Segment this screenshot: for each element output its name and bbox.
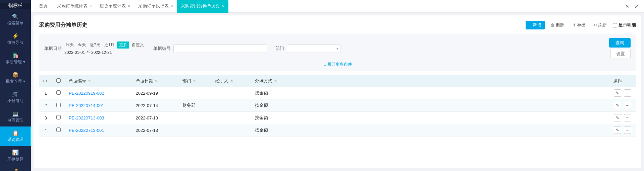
purchase-icon: 📋 (1, 130, 30, 136)
delete-icon: 🗑 (551, 23, 555, 27)
tab-close-purchase-order-exec[interactable]: × (171, 4, 173, 8)
show-detail-checkbox[interactable] (613, 23, 617, 27)
cell-doc-no-2: PE-20220713-003 (65, 112, 132, 124)
row-num-1: 2 (39, 99, 52, 112)
tab-bar: 首页 采购订单统计表 × 进货单统计表 × 采购订单执行表 × 采购费用分摊单历… (31, 0, 644, 13)
sidebar-item-quick[interactable]: ⚡ 快捷导航 (0, 29, 31, 49)
dept-search-field: 部门 财务部 (275, 45, 340, 53)
ecomm-icon: 💻 (1, 110, 30, 117)
sort-icon-split-method: ⇅ (274, 79, 277, 83)
tab-close-purchase-order-stat[interactable]: × (90, 4, 92, 8)
col-header-dept[interactable]: 部门 ⇅ (178, 75, 211, 87)
tab-purchase-receive-stat[interactable]: 进货单统计表 × (96, 0, 134, 13)
tab-purchase-order-stat[interactable]: 采购订单统计表 × (53, 0, 96, 13)
col-header-ops: 操作 (609, 75, 636, 87)
date-shortcuts: 昨天 今天 近7天 近1月 更多 自定义 2022-01-01 至 2022-1… (64, 41, 145, 56)
tab-purchase-order-exec[interactable]: 采购订单执行表 × (134, 0, 177, 13)
dept-select[interactable]: 财务部 (287, 45, 340, 53)
export-icon: ⬆ (573, 23, 576, 27)
edit-btn-0[interactable]: ✎ (614, 89, 621, 97)
tab-close-purchase-fee-split[interactable]: × (222, 4, 224, 8)
sidebar-item-search[interactable]: 🔍 搜索菜单 (0, 10, 31, 29)
sidebar-item-label: 零售管理 (6, 60, 22, 64)
main-area: 首页 采购订单统计表 × 进货单统计表 × 采购订单执行表 × 采购费用分摊单历… (31, 0, 644, 171)
sidebar-item-label: 批发管理 (6, 79, 22, 84)
date-btn-1month[interactable]: 近1月 (103, 41, 116, 49)
toolbar: + 新增 🗑 删除 ⬆ 导出 ↻ 刷新 显示明细 (526, 21, 636, 29)
sidebar-item-retail[interactable]: 🛍️ 零售管理 ▾ (0, 49, 31, 68)
table-row: 4 PE-20220713-001 2022-07-13 按金额 ✎ ⋯ (39, 124, 636, 137)
search-bar: 单据日期 昨天 今天 近7天 近1月 更多 自定义 2022-01-01 至 2… (39, 34, 636, 71)
date-range-display[interactable]: 2022-01-01 至 2022-12-31 (64, 50, 145, 56)
date-btn-yesterday[interactable]: 昨天 (64, 41, 75, 49)
tab-bar-actions: ✕ ⤢ (624, 3, 640, 10)
edit-btn-2[interactable]: ✎ (614, 114, 621, 121)
sidebar-item-label: 采购管理 (7, 137, 23, 142)
sidebar-item-ecomm-small[interactable]: 🛒 小畅电商 (0, 88, 31, 107)
edit-btn-3[interactable]: ✎ (614, 126, 621, 134)
sidebar-item-label: 快捷导航 (7, 40, 23, 45)
sidebar-item-ecomm[interactable]: 💻 电商管理 (0, 107, 31, 126)
cell-split-method-2: 按金额 (251, 112, 609, 124)
more-btn-3[interactable]: ⋯ (624, 126, 631, 134)
tab-home[interactable]: 首页 (35, 0, 52, 13)
col-header-settings[interactable]: ⚙ (39, 75, 52, 87)
col-header-doc-date[interactable]: 单据日期 ⇅ (132, 75, 178, 87)
row-checkbox-1[interactable] (52, 99, 65, 112)
column-settings-icon[interactable]: ⚙ (43, 78, 47, 84)
edit-btn-1[interactable]: ✎ (614, 102, 621, 109)
settings-button[interactable]: 设置 (610, 49, 631, 59)
sidebar-logo: 指标板 (0, 3, 31, 9)
cell-ops-0: ✎ ⋯ (609, 87, 636, 99)
col-header-checkbox[interactable] (52, 75, 65, 87)
col-header-handler[interactable]: 经手人 ⇅ (211, 75, 251, 87)
doc-no-link-3[interactable]: PE-20220713-001 (69, 128, 104, 133)
docno-input[interactable] (173, 45, 267, 53)
sidebar-item-inventory[interactable]: 📊 库存核算 (0, 146, 31, 165)
date-range-btns: 昨天 今天 近7天 近1月 更多 自定义 (64, 41, 145, 49)
delete-button[interactable]: 🗑 删除 (549, 21, 567, 29)
more-btn-2[interactable]: ⋯ (624, 114, 631, 121)
row-checkbox-3[interactable] (52, 124, 65, 137)
sidebar-item-wholesale[interactable]: 📦 批发管理 ▾ (0, 68, 31, 88)
cell-dept-1: 财务部 (178, 99, 211, 112)
close-tab-btn[interactable]: ✕ (624, 3, 631, 10)
cell-dept-2 (178, 112, 211, 124)
row-checkbox-0[interactable] (52, 87, 65, 99)
maximize-btn[interactable]: ⤢ (633, 3, 640, 10)
cell-doc-no-1: PE-20220714-001 (65, 99, 132, 112)
tab-purchase-fee-split[interactable]: 采购费用分摊单历史 × (177, 0, 228, 13)
cell-dept-3 (178, 124, 211, 137)
row-num-3: 4 (39, 124, 52, 137)
date-btn-custom[interactable]: 自定义 (130, 41, 145, 49)
doc-no-link-1[interactable]: PE-20220714-001 (69, 103, 104, 108)
doc-no-link-0[interactable]: PE-20220919-002 (69, 91, 104, 96)
select-all-checkbox[interactable] (56, 78, 61, 83)
add-button[interactable]: + 新增 (526, 21, 545, 29)
export-button[interactable]: ⬆ 导出 (571, 21, 588, 29)
docno-search-field: 单据编号 (153, 45, 267, 53)
col-header-doc-no[interactable]: 单据编号 ⇅ (65, 75, 132, 87)
tab-close-purchase-receive-stat[interactable]: × (128, 4, 130, 8)
query-button[interactable]: 查询 (609, 38, 631, 48)
expand-more-btn[interactable]: ⌄ 展开更多条件 (323, 62, 352, 67)
more-btn-1[interactable]: ⋯ (624, 102, 631, 109)
table-row: 3 PE-20220713-003 2022-07-13 按金额 ✎ ⋯ (39, 112, 636, 124)
finance-icon: 💰 (1, 169, 30, 171)
more-btn-0[interactable]: ⋯ (624, 89, 631, 97)
date-btn-7days[interactable]: 近7天 (89, 41, 102, 49)
sidebar-item-purchase[interactable]: 📋 采购管理 (0, 126, 31, 146)
row-checkbox-2[interactable] (52, 112, 65, 124)
sort-icon-doc-date: ⇅ (155, 79, 158, 83)
search-menu-icon: 🔍 (1, 13, 30, 20)
refresh-button[interactable]: ↻ 刷新 (592, 21, 609, 29)
dept-label: 部门 (275, 46, 284, 52)
sidebar-item-finance[interactable]: 💰 资金管理 (0, 165, 31, 171)
doc-no-link-2[interactable]: PE-20220713-003 (69, 115, 104, 120)
cell-split-method-0: 按金额 (251, 87, 609, 99)
col-header-split-method[interactable]: 分摊方式 ⇅ (251, 75, 609, 87)
date-btn-today[interactable]: 今天 (76, 41, 87, 49)
docno-label: 单据编号 (153, 46, 171, 52)
date-btn-more[interactable]: 更多 (117, 41, 129, 49)
page-content: 采购费用分摊单历史 + 新增 🗑 删除 ⬆ 导出 ↻ 刷新 显示明细 (34, 15, 641, 168)
